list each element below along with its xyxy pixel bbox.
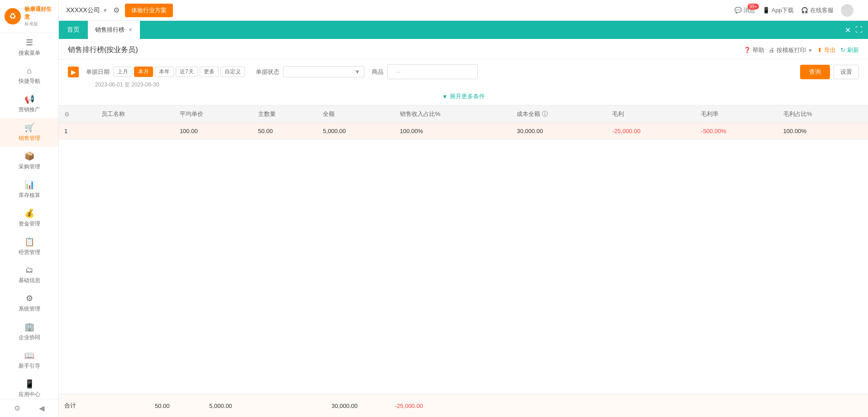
date-btn-last-month[interactable]: 上月 (113, 67, 132, 77)
basics-icon: 🗂 (25, 265, 34, 275)
date-btn-this-year[interactable]: 本年 (155, 67, 174, 77)
filter-settings-btn[interactable]: 设置 (834, 65, 859, 79)
tab-close-icon[interactable]: ✕ (128, 27, 133, 33)
print-icon: 🖨 (769, 47, 775, 53)
status-arrow-icon: ▼ (355, 68, 360, 75)
tab-close-all-icon[interactable]: ✕ (845, 26, 851, 34)
expand-down-icon: ▼ (442, 93, 448, 100)
tab-sales-rank-label: 销售排行榜 (95, 26, 125, 34)
online-service-btn[interactable]: 🎧 在线客服 (801, 6, 834, 14)
date-btn-custom[interactable]: 自定义 (221, 67, 245, 77)
page-title: 销售排行榜(按业务员) (68, 45, 138, 55)
cell-rank: 1 (59, 123, 96, 139)
print-btn[interactable]: 🖨 按模板打印 ▼ (769, 46, 813, 54)
sidebar-settings-btn[interactable]: ⚙ (14, 404, 20, 412)
date-btn-more[interactable]: 更多 (200, 67, 219, 77)
table-container: ⚙ 员工名称 平均单价 主数量 全额 销售收入占比% 成本全额 ⓘ 毛利 毛利率… (59, 105, 868, 394)
status-select[interactable]: ▼ (283, 66, 364, 77)
status-label: 单据状态 (256, 68, 279, 76)
logo-title: 畅康通好生意 (24, 5, 54, 21)
search-order-icon: ☰ (26, 38, 33, 48)
company-selector[interactable]: XXXXX公司 ▼ (66, 6, 108, 14)
app-logo: ♻ 畅康通好生意 标准版 (0, 0, 58, 33)
cell-profit-ratio: 100.00% (778, 123, 868, 139)
sidebar-item-marketing[interactable]: 📢 营销推广 (0, 90, 58, 118)
sidebar-item-finance[interactable]: 💰 资金管理 (0, 204, 58, 232)
sidebar-item-guide[interactable]: 📖 新手引导 (0, 346, 58, 374)
sales-icon: 🛒 (24, 123, 34, 133)
goods-input[interactable]: ··· (387, 64, 478, 79)
finance-icon: 💰 (24, 208, 34, 218)
date-buttons: 上月 本月 本年 近7天 更多 自定义 (113, 67, 245, 77)
filter-expand-arrow[interactable]: ▶ (68, 67, 79, 77)
date-btn-this-month[interactable]: 本月 (134, 67, 153, 77)
goods-ellipsis-icon: ··· (394, 67, 403, 77)
print-arrow-icon: ▼ (808, 48, 813, 53)
cell-amount: 5,000.00 (317, 123, 394, 139)
operations-icon: 📋 (24, 237, 34, 247)
tabbar: 首页 销售排行榜 ✕ ✕ ⛶ (59, 21, 868, 39)
footer-profit: -25,000.00 (389, 400, 453, 412)
help-btn[interactable]: ❓ 帮助 (743, 46, 764, 54)
export-btn[interactable]: ⬆ 导出 (817, 46, 836, 54)
message-btn[interactable]: 💬 消息 99+ (734, 6, 755, 14)
expand-more-btn[interactable]: ▼ 展开更多条件 (442, 92, 485, 101)
sidebar-item-inventory[interactable]: 📊 库存核算 (0, 175, 58, 204)
col-settings: ⚙ (59, 105, 96, 123)
date-filter: 单据日期 上月 本月 本年 近7天 更多 自定义 (86, 67, 249, 77)
page-body: 销售排行榜(按业务员) ❓ 帮助 🖨 按模板打印 ▼ ⬆ 导出 ↻ 刷新 (59, 39, 868, 417)
page-header-actions: ❓ 帮助 🖨 按模板打印 ▼ ⬆ 导出 ↻ 刷新 (743, 46, 859, 54)
tab-home[interactable]: 首页 (59, 21, 88, 39)
appcenter-icon: 📱 (24, 379, 34, 389)
table-row: 1100.0050.005,000.00100.00%30,000.00-25,… (59, 123, 868, 139)
sidebar-nav: ☰ 搜索菜单 ⌂ 快捷导航 📢 营销推广 🛒 销售管理 📦 采购管理 📊 库存核… (0, 33, 58, 399)
purchase-icon: 📦 (24, 151, 34, 161)
footer-qty: 50.00 (149, 400, 204, 412)
sidebar-item-purchase[interactable]: 📦 采购管理 (0, 147, 58, 175)
app-download-btn[interactable]: 📱 App下载 (762, 6, 794, 14)
col-profit-rate: 毛利率 (695, 105, 777, 123)
cell-profit-rate: -500.00% (695, 123, 777, 139)
sidebar-item-operations[interactable]: 📋 经营管理 (0, 232, 58, 261)
sidebar-item-appcenter[interactable]: 📱 应用中心 (0, 374, 58, 399)
company-arrow-icon: ▼ (103, 8, 108, 13)
footer-amount: 5,000.00 (204, 400, 258, 412)
table-footer: 合计 50.00 5,000.00 30,000.00 -25,000.00 (59, 394, 868, 417)
sidebar-item-system[interactable]: ⚙ 系统管理 (0, 289, 58, 317)
sidebar-footer: ⚙ ◀ (0, 399, 58, 417)
date-btn-7days[interactable]: 近7天 (176, 67, 198, 77)
filter-action-group: 查询 设置 (800, 65, 859, 79)
service-icon: 🎧 (801, 7, 808, 14)
col-avg-price: 平均单价 (174, 105, 253, 123)
filter-bar: ▶ 单据日期 上月 本月 本年 近7天 更多 自定义 单据状态 (59, 60, 868, 105)
filter-row-1: ▶ 单据日期 上月 本月 本年 近7天 更多 自定义 单据状态 (68, 64, 859, 79)
sidebar-item-sales[interactable]: 🛒 销售管理 (0, 118, 58, 147)
sidebar-collapse-btn[interactable]: ◀ (39, 404, 44, 412)
col-amount: 全额 (317, 105, 394, 123)
data-table: ⚙ 员工名称 平均单价 主数量 全额 销售收入占比% 成本全额 ⓘ 毛利 毛利率… (59, 105, 868, 139)
tab-sales-rank[interactable]: 销售排行榜 ✕ (88, 21, 140, 39)
date-label: 单据日期 (86, 68, 110, 76)
app-label: App下载 (772, 6, 794, 14)
trial-btn[interactable]: 体验行业方案 (125, 4, 173, 17)
tab-maximize-icon[interactable]: ⛶ (855, 26, 863, 34)
status-filter: 单据状态 ▼ (256, 66, 364, 77)
inventory-icon: 📊 (24, 180, 34, 190)
col-settings-icon[interactable]: ⚙ (64, 111, 70, 118)
topbar-settings-icon[interactable]: ⚙ (113, 6, 120, 14)
sidebar-item-basics[interactable]: 🗂 基础信息 (0, 261, 58, 289)
help-icon: ❓ (743, 47, 751, 53)
sidebar-item-shortcut[interactable]: ⌂ 快捷导航 (0, 62, 58, 90)
user-avatar[interactable] (841, 4, 854, 17)
col-profit: 毛利 (607, 105, 695, 123)
sidebar-item-enterprise[interactable]: 🏢 企业协同 (0, 317, 58, 346)
sidebar-item-search[interactable]: ☰ 搜索菜单 (0, 33, 58, 62)
topbar-right: 💬 消息 99+ 📱 App下载 🎧 在线客服 (734, 4, 861, 17)
query-btn[interactable]: 查询 (800, 65, 830, 79)
cell-profit: -25,000.00 (607, 123, 695, 139)
tabbar-right: ✕ ⛶ (845, 26, 868, 34)
refresh-btn[interactable]: ↻ 刷新 (840, 46, 859, 54)
cell-sales-ratio: 100.00% (394, 123, 511, 139)
col-sales-ratio: 销售收入占比% (394, 105, 511, 123)
goods-label: 商品 (372, 68, 384, 76)
